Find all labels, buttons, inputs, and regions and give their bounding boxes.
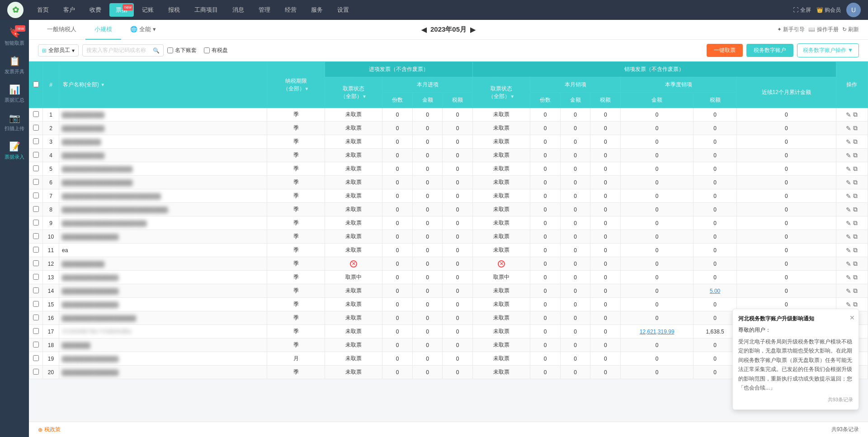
- row-checkbox-cell[interactable]: [29, 162, 43, 176]
- nav-home[interactable]: 首页: [31, 3, 55, 17]
- edit-icon[interactable]: ✎: [846, 247, 851, 254]
- th-customer-name[interactable]: 客户名称(全部) ▼: [59, 62, 267, 108]
- row-checkbox-cell[interactable]: [29, 325, 43, 338]
- tax-digital-btn[interactable]: 税务数字账户: [746, 44, 793, 57]
- row-checkbox-cell[interactable]: [29, 216, 43, 230]
- one-click-ticket-btn[interactable]: 一键取票: [707, 44, 743, 57]
- copy-icon[interactable]: ⧉: [853, 165, 858, 173]
- select-all-checkbox[interactable]: [33, 81, 39, 87]
- edit-icon[interactable]: ✎: [846, 111, 851, 118]
- copy-icon[interactable]: ⧉: [853, 192, 858, 200]
- row-checkbox-cell[interactable]: [29, 176, 43, 189]
- refresh-btn[interactable]: ↻ 刷新: [842, 26, 859, 33]
- th-checkbox[interactable]: [29, 62, 43, 108]
- row-checkbox[interactable]: [33, 206, 39, 212]
- th-period[interactable]: 纳税期限（全部）▼: [267, 62, 325, 108]
- row-checkbox[interactable]: [33, 165, 39, 171]
- copy-icon[interactable]: ⧉: [853, 219, 858, 227]
- checkbox-sub-account-input[interactable]: [167, 47, 173, 53]
- copy-icon[interactable]: ⧉: [853, 260, 858, 268]
- edit-icon[interactable]: ✎: [846, 165, 851, 173]
- row-checkbox[interactable]: [33, 111, 39, 117]
- edit-icon[interactable]: ✎: [846, 206, 851, 213]
- row-checkbox[interactable]: [33, 247, 39, 253]
- row-checkbox-cell[interactable]: [29, 149, 43, 162]
- manual-btn[interactable]: 📖 操作手册: [808, 26, 838, 33]
- sidebar-item-open-invoice[interactable]: 📋 发票开具: [2, 52, 27, 79]
- row-checkbox[interactable]: [33, 369, 39, 375]
- tab-all[interactable]: 🌐 全能 ▾: [121, 20, 165, 40]
- nav-service[interactable]: 服务: [305, 3, 329, 17]
- edit-icon[interactable]: ✎: [846, 193, 851, 200]
- copy-icon[interactable]: ⧉: [853, 246, 858, 254]
- row-checkbox[interactable]: [33, 233, 39, 239]
- user-avatar[interactable]: U: [846, 3, 861, 17]
- checkbox-tax-disk-input[interactable]: [204, 47, 210, 53]
- q-out-tax-link[interactable]: 5.00: [710, 288, 720, 294]
- copy-icon[interactable]: ⧉: [853, 233, 858, 240]
- copy-icon[interactable]: ⧉: [853, 111, 858, 118]
- row-checkbox[interactable]: [33, 287, 39, 293]
- row-checkbox[interactable]: [33, 328, 39, 334]
- tax-policy-text[interactable]: 税政策: [44, 426, 61, 433]
- row-checkbox-cell[interactable]: [29, 108, 43, 122]
- row-checkbox-cell[interactable]: [29, 352, 43, 366]
- row-checkbox[interactable]: [33, 301, 39, 307]
- nav-customer[interactable]: 客户: [57, 3, 81, 17]
- sidebar-item-smart-ticket[interactable]: 🔖 智能取票 new: [2, 23, 27, 50]
- row-checkbox-cell[interactable]: [29, 257, 43, 271]
- edit-icon[interactable]: ✎: [846, 138, 851, 146]
- employee-filter[interactable]: ⊞ 全部员工 ▾: [38, 44, 79, 56]
- copy-icon[interactable]: ⧉: [853, 301, 858, 308]
- edit-icon[interactable]: ✎: [846, 301, 851, 308]
- q-out-amt-link[interactable]: 12,621,319.99: [640, 329, 675, 335]
- edit-icon[interactable]: ✎: [846, 233, 851, 240]
- popup-close-btn[interactable]: ✕: [849, 313, 855, 323]
- nav-message[interactable]: 消息: [226, 3, 250, 17]
- prev-month-btn[interactable]: ◀: [421, 26, 427, 34]
- edit-icon[interactable]: ✎: [846, 179, 851, 186]
- edit-icon[interactable]: ✎: [846, 125, 851, 132]
- row-checkbox-cell[interactable]: [29, 189, 43, 203]
- row-checkbox-cell[interactable]: [29, 122, 43, 135]
- edit-icon[interactable]: ✎: [846, 152, 851, 159]
- th-out-status[interactable]: 取票状态（全部）▼: [472, 77, 530, 108]
- row-checkbox[interactable]: [33, 315, 39, 320]
- row-checkbox[interactable]: [33, 179, 39, 185]
- sidebar-item-summary[interactable]: 📊 票据汇总: [2, 80, 27, 107]
- nav-billing[interactable]: 收费: [83, 3, 108, 17]
- edit-icon[interactable]: ✎: [846, 260, 851, 268]
- row-checkbox-cell[interactable]: [29, 298, 43, 311]
- copy-icon[interactable]: ⧉: [853, 138, 858, 146]
- row-checkbox[interactable]: [33, 220, 39, 226]
- row-checkbox[interactable]: [33, 355, 39, 361]
- search-box[interactable]: 搜索入客户助记码或名称 🔍: [82, 44, 164, 56]
- row-checkbox[interactable]: [33, 125, 39, 131]
- vip-action[interactable]: 👑 购会员: [816, 6, 841, 14]
- checkbox-tax-disk[interactable]: 有税盘: [204, 47, 228, 54]
- tab-general[interactable]: 一般纳税人: [38, 20, 85, 40]
- edit-icon[interactable]: ✎: [846, 287, 851, 295]
- checkbox-sub-account[interactable]: 名下账套: [167, 47, 197, 54]
- row-checkbox-cell[interactable]: [29, 230, 43, 244]
- nav-business[interactable]: 工商项目: [188, 3, 224, 17]
- copy-icon[interactable]: ⧉: [853, 179, 858, 186]
- nav-tax[interactable]: 报税: [162, 3, 186, 17]
- sidebar-item-scan[interactable]: 📷 扫描上传: [2, 109, 27, 136]
- sidebar-item-entry[interactable]: 📝 票据录入: [2, 137, 27, 164]
- row-checkbox-cell[interactable]: [29, 135, 43, 149]
- nav-invoice[interactable]: 票据 new: [109, 3, 134, 17]
- nav-bookkeeping[interactable]: 记账: [136, 3, 160, 17]
- new-guide-btn[interactable]: ✦ 新手引导: [777, 26, 805, 33]
- fullscreen-action[interactable]: ⛶ 全屏: [793, 6, 811, 14]
- row-checkbox-cell[interactable]: [29, 338, 43, 352]
- th-in-status[interactable]: 取票状态（全部）▼: [325, 77, 382, 108]
- row-checkbox[interactable]: [33, 260, 39, 266]
- row-checkbox-cell[interactable]: [29, 244, 43, 257]
- tax-digital-op-btn[interactable]: 税务数字账户操作 ▼: [797, 43, 859, 57]
- nav-management[interactable]: 管理: [252, 3, 277, 17]
- edit-icon[interactable]: ✎: [846, 220, 851, 227]
- row-checkbox[interactable]: [33, 193, 39, 198]
- row-checkbox-cell[interactable]: [29, 271, 43, 284]
- nav-operation[interactable]: 经营: [278, 3, 303, 17]
